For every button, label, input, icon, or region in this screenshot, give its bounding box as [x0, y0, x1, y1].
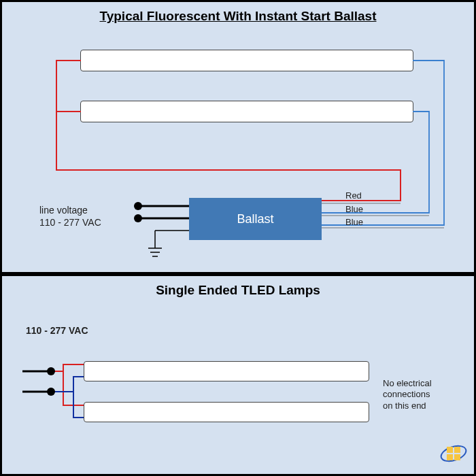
svg-rect-14: [447, 447, 453, 453]
svg-rect-17: [454, 454, 460, 460]
line-voltage-label-1: line voltage: [39, 205, 88, 216]
line-voltage-label-2: 110 - 277 VAC: [39, 217, 101, 228]
line-terminal-dot-1: [134, 202, 142, 210]
lead-dot-1-p2: [47, 367, 55, 375]
svg-rect-15: [454, 447, 460, 453]
wiring-svg-panel1: [2, 2, 476, 274]
fluorescent-diagram-panel: Typical Fluorescent With Instant Start B…: [0, 0, 476, 272]
tled-diagram-panel: Single Ended TLED Lamps 110 - 277 VAC No…: [0, 272, 476, 476]
brand-logo-icon: [440, 440, 467, 467]
wiring-svg-panel2: [2, 276, 476, 476]
lead-dot-2-p2: [47, 388, 55, 396]
svg-point-13: [440, 443, 467, 464]
wire-label-red: Red: [345, 190, 362, 201]
no-connection-note: No electrical connections on this end: [383, 378, 432, 411]
line-terminal-dot-2: [134, 214, 142, 222]
wire-label-blue-2: Blue: [345, 217, 363, 227]
wire-label-blue-1: Blue: [345, 204, 363, 214]
svg-rect-16: [447, 454, 453, 460]
